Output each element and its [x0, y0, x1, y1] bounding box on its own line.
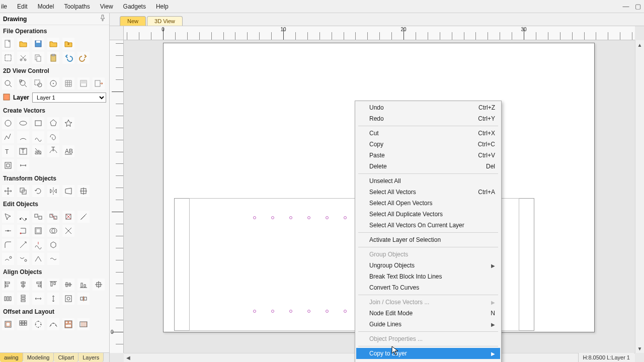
dimension-icon[interactable] — [17, 159, 29, 171]
trace-icon[interactable] — [2, 159, 14, 171]
context-menu-item[interactable]: Unselect All — [356, 175, 500, 187]
context-menu-item[interactable]: PasteCtrl+V — [356, 150, 500, 161]
scroll-up-icon[interactable]: ▲ — [635, 40, 644, 49]
context-menu-item[interactable]: Break Text Block Into Lines — [356, 271, 500, 282]
zoom-extents-icon[interactable] — [17, 77, 29, 89]
layer-swatch-icon[interactable] — [3, 94, 10, 102]
extend-icon[interactable] — [17, 239, 29, 251]
join-icon[interactable] — [2, 225, 14, 237]
menu-model[interactable]: Model — [33, 1, 59, 12]
offset-selected-icon[interactable] — [2, 318, 14, 330]
new-file-icon[interactable] — [2, 38, 14, 50]
align-top-icon[interactable] — [47, 279, 59, 291]
align-transform-icon[interactable] — [77, 185, 90, 197]
menu-file[interactable]: ile — [0, 1, 12, 12]
align-right-icon[interactable] — [32, 279, 44, 291]
vertex-dot[interactable] — [344, 310, 347, 313]
menu-edit[interactable]: Edit — [12, 1, 33, 12]
distort-icon[interactable] — [62, 185, 74, 197]
group-icon[interactable] — [32, 211, 44, 223]
context-menu-item[interactable]: RedoCtrl+Y — [356, 113, 500, 124]
view-half-icon[interactable] — [77, 77, 90, 89]
tab-layers[interactable]: Layers — [78, 352, 104, 362]
polygon-icon[interactable] — [47, 117, 59, 129]
context-menu-item[interactable]: Ungroup Objects▶ — [356, 260, 500, 271]
vertex-dot[interactable] — [307, 216, 310, 219]
vertex-dot[interactable] — [253, 216, 256, 219]
select-icon[interactable] — [2, 52, 14, 64]
star-icon[interactable] — [62, 117, 74, 129]
tab-clipart[interactable]: Clipart — [54, 352, 78, 362]
open-folder-2-icon[interactable] — [47, 38, 59, 50]
context-menu-item[interactable]: CopyCtrl+C — [356, 139, 500, 150]
align-center-both-icon[interactable] — [93, 279, 105, 291]
text-cursor-icon[interactable]: ab — [32, 145, 44, 157]
polyline-icon[interactable] — [2, 131, 14, 143]
fillet-icon[interactable] — [2, 239, 14, 251]
menu-help[interactable]: Help — [151, 1, 174, 12]
space-v-icon[interactable] — [47, 293, 59, 305]
context-menu-item[interactable]: Select All Vectors On Current Layer — [356, 220, 500, 231]
open-folder-icon[interactable] — [17, 38, 29, 50]
menu-view[interactable]: View — [95, 1, 118, 12]
ungroup-icon[interactable] — [47, 211, 59, 223]
rotate-icon[interactable] — [32, 185, 44, 197]
vertex-dot[interactable] — [253, 310, 256, 313]
align-to-material-icon[interactable] — [62, 293, 74, 305]
measure-icon[interactable] — [77, 211, 90, 223]
array-copy-icon[interactable] — [17, 318, 29, 330]
text-block-icon[interactable]: T — [17, 145, 29, 157]
zoom-fit-icon[interactable] — [2, 77, 14, 89]
dist-v-icon[interactable] — [17, 293, 29, 305]
vertex-dot[interactable] — [271, 216, 274, 219]
context-menu-item[interactable]: UndoCtrl+Z — [356, 102, 500, 113]
pin-icon[interactable] — [99, 15, 106, 23]
circular-array-icon[interactable] — [32, 318, 44, 330]
scroll-left-icon[interactable]: ◀ — [124, 353, 133, 363]
context-menu-item[interactable]: DeleteDel — [356, 161, 500, 172]
align-center-h-icon[interactable] — [17, 279, 29, 291]
trim-icon[interactable] — [62, 225, 74, 237]
align-left-icon[interactable] — [2, 279, 14, 291]
view-grid-icon[interactable] — [62, 77, 74, 89]
undo-icon[interactable] — [62, 52, 74, 64]
dist-h-icon[interactable] — [2, 293, 14, 305]
arc-icon[interactable] — [17, 131, 29, 143]
circle-icon[interactable] — [2, 117, 14, 129]
node-edit-icon[interactable] — [17, 211, 29, 223]
edit-a-icon[interactable] — [2, 253, 14, 265]
text-icon[interactable]: T — [2, 145, 14, 157]
context-menu-item[interactable]: CutCtrl+X — [356, 128, 500, 139]
cut-icon[interactable] — [17, 52, 29, 64]
context-menu-item[interactable]: Select All Open Vectors — [356, 198, 500, 209]
import-icon[interactable] — [62, 38, 74, 50]
vertex-dot[interactable] — [326, 216, 329, 219]
spiral-icon[interactable] — [47, 131, 59, 143]
view-tab-new[interactable]: New — [120, 16, 146, 26]
move-icon[interactable] — [2, 185, 14, 197]
vertex-dot[interactable] — [344, 216, 347, 219]
text-convert-icon[interactable]: ABC — [62, 145, 74, 157]
context-menu-item[interactable]: Node Edit ModeN — [356, 308, 500, 319]
tab-drawing[interactable]: awing — [0, 352, 23, 362]
zoom-selected-icon[interactable] — [47, 77, 59, 89]
layer-select[interactable]: Layer 1 — [32, 93, 106, 103]
selection-cursor-icon[interactable] — [2, 211, 14, 223]
edit-b-icon[interactable] — [17, 253, 29, 265]
vertex-dot[interactable] — [289, 216, 292, 219]
context-menu-item[interactable]: Move to Layer▶ — [356, 359, 500, 362]
scrollbar-vertical[interactable]: ▲ ▼ — [635, 40, 644, 353]
edit-d-icon[interactable] — [47, 253, 59, 265]
mirror-icon[interactable] — [47, 185, 59, 197]
space-h-icon[interactable] — [32, 293, 44, 305]
scale-icon[interactable] — [17, 185, 29, 197]
vector-boundary-icon[interactable] — [47, 239, 59, 251]
view-tab-3d[interactable]: 3D View — [147, 16, 183, 26]
weld-icon[interactable] — [47, 225, 59, 237]
align-last-icon[interactable] — [77, 293, 90, 305]
offset-icon[interactable] — [32, 225, 44, 237]
menu-toolpaths[interactable]: Toolpaths — [59, 1, 95, 12]
vertex-dot[interactable] — [289, 310, 292, 313]
context-menu-item[interactable]: Select All VectorsCtrl+A — [356, 187, 500, 198]
context-menu-item[interactable]: Convert To Curves — [356, 282, 500, 293]
